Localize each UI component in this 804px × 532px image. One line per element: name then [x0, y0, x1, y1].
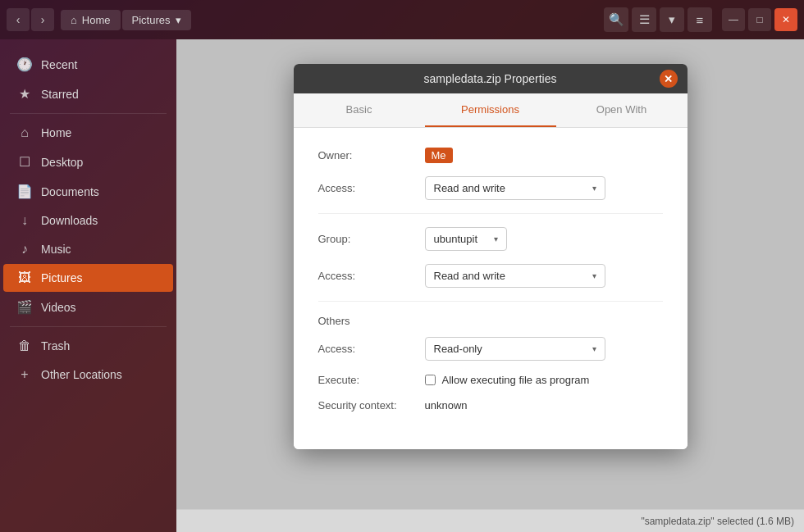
sidebar-item-label: Home — [41, 126, 71, 139]
security-label: Security context: — [318, 399, 425, 412]
recent-icon: 🕐 — [16, 57, 33, 72]
chevron-down-icon: ▾ — [592, 344, 596, 353]
videos-icon: 🎬 — [16, 299, 33, 315]
window-controls: — □ ✕ — [722, 8, 797, 31]
sidebar-item-documents[interactable]: 📄 Documents — [3, 177, 173, 206]
sidebar-item-label: Other Locations — [41, 368, 122, 381]
sidebar-item-pictures[interactable]: 🖼 Pictures — [3, 264, 173, 292]
owner-access-select[interactable]: Read and write ▾ — [425, 176, 605, 200]
owner-label: Owner: — [318, 149, 425, 161]
sidebar-item-trash[interactable]: 🗑 Trash — [3, 332, 173, 360]
maximize-button[interactable]: □ — [748, 8, 771, 31]
home-location-button[interactable]: ⌂ Home — [61, 10, 121, 30]
window-close-button[interactable]: ✕ — [774, 8, 797, 31]
home-icon: ⌂ — [71, 14, 77, 26]
owner-value: Me — [425, 148, 453, 163]
sidebar-item-music[interactable]: ♪ Music — [3, 235, 173, 263]
chevron-down-icon: ▾ — [592, 184, 596, 193]
search-button[interactable]: 🔍 — [604, 7, 628, 32]
sidebar-item-other-locations[interactable]: + Other Locations — [3, 361, 173, 389]
starred-icon: ★ — [16, 86, 33, 102]
sidebar-item-downloads[interactable]: ↓ Downloads — [3, 207, 173, 234]
dropdown-icon: ▾ — [176, 14, 181, 26]
trash-icon: 🗑 — [16, 339, 33, 353]
sidebar-item-recent[interactable]: 🕐 Recent — [3, 50, 173, 79]
sidebar-item-label: Starred — [41, 88, 79, 101]
tab-open-with[interactable]: Open With — [556, 93, 688, 127]
execute-checkbox-label: Allow executing file as program — [442, 374, 590, 386]
status-bar: "sampledata.zip" selected (1.6 MB) — [176, 509, 804, 532]
view-list-icon: ☰ — [639, 12, 650, 27]
main-area: 🕐 Recent ★ Starred ⌂ Home ☐ Desktop 📄 Do… — [0, 39, 804, 532]
owner-access-value: Read and write — [434, 182, 505, 194]
tab-basic[interactable]: Basic — [294, 93, 425, 127]
group-access-select[interactable]: Read and write ▾ — [425, 264, 605, 288]
sidebar-item-starred[interactable]: ★ Starred — [3, 80, 173, 108]
view-toggle-button[interactable]: ▾ — [660, 7, 684, 32]
group-access-label: Access: — [318, 270, 425, 282]
security-value: unknown — [425, 399, 468, 412]
owner-access-label: Access: — [318, 182, 425, 194]
pictures-label: Pictures — [132, 14, 171, 26]
dialog-titlebar: sampledata.zip Properties ✕ — [294, 64, 688, 93]
sidebar-item-label: Documents — [41, 185, 99, 198]
group-row: Group: ubuntupit ▾ — [318, 227, 663, 251]
others-access-row: Access: Read-only ▾ — [318, 337, 663, 361]
group-label: Group: — [318, 233, 425, 245]
others-access-select[interactable]: Read-only ▾ — [425, 337, 605, 361]
pictures-location-button[interactable]: Pictures ▾ — [122, 10, 191, 30]
titlebar: ‹ › ⌂ Home Pictures ▾ 🔍 ☰ ▾ ≡ — □ ✕ — [0, 0, 804, 39]
sidebar-item-home[interactable]: ⌂ Home — [3, 119, 173, 147]
sidebar-divider-2 — [10, 326, 167, 327]
menu-button[interactable]: ≡ — [688, 7, 712, 32]
sidebar-item-label: Music — [41, 243, 71, 256]
view-toggle-icon: ▾ — [669, 12, 675, 27]
nav-buttons: ‹ › — [7, 8, 54, 31]
separator-1 — [318, 213, 663, 214]
sidebar-item-label: Pictures — [41, 271, 83, 284]
group-access-row: Access: Read and write ▾ — [318, 264, 663, 288]
search-icon: 🔍 — [609, 12, 624, 27]
sidebar-item-label: Trash — [41, 339, 70, 352]
sidebar-item-desktop[interactable]: ☐ Desktop — [3, 148, 173, 176]
minimize-button[interactable]: — — [722, 8, 745, 31]
dialog-body: Owner: Me Access: Read and write ▾ — [294, 128, 688, 449]
content-area: sampledata.zip Properties ✕ Basic Permis… — [176, 39, 804, 532]
sidebar-item-videos[interactable]: 🎬 Videos — [3, 293, 173, 321]
nav-forward-button[interactable]: › — [31, 8, 54, 31]
others-access-label: Access: — [318, 343, 425, 355]
group-value: ubuntupit — [434, 233, 478, 245]
tab-permissions[interactable]: Permissions — [425, 93, 556, 127]
sidebar-item-label: Desktop — [41, 156, 83, 169]
location-bar: ⌂ Home Pictures ▾ — [61, 10, 191, 30]
dialog-overlay: sampledata.zip Properties ✕ Basic Permis… — [176, 39, 804, 532]
home-icon: ⌂ — [16, 125, 33, 140]
desktop-icon: ☐ — [16, 154, 33, 170]
execute-label: Execute: — [318, 374, 425, 386]
dialog-title: sampledata.zip Properties — [424, 72, 557, 85]
security-row: Security context: unknown — [318, 399, 663, 412]
chevron-down-icon: ▾ — [592, 271, 596, 280]
pictures-icon: 🖼 — [16, 271, 33, 285]
menu-icon: ≡ — [697, 13, 704, 27]
sidebar-item-label: Videos — [41, 301, 76, 314]
home-label: Home — [82, 14, 111, 26]
other-locations-icon: + — [16, 367, 33, 382]
chevron-down-icon: ▾ — [494, 234, 498, 243]
dialog-close-button[interactable]: ✕ — [660, 70, 678, 88]
owner-access-row: Access: Read and write ▾ — [318, 176, 663, 200]
group-select[interactable]: ubuntupit ▾ — [425, 227, 507, 251]
music-icon: ♪ — [16, 242, 33, 257]
sidebar: 🕐 Recent ★ Starred ⌂ Home ☐ Desktop 📄 Do… — [0, 39, 176, 532]
group-access-value: Read and write — [434, 270, 505, 282]
dialog-tabs: Basic Permissions Open With — [294, 93, 688, 128]
view-list-button[interactable]: ☰ — [632, 7, 656, 32]
downloads-icon: ↓ — [16, 213, 33, 228]
execute-checkbox[interactable] — [425, 375, 436, 385]
nav-back-button[interactable]: ‹ — [7, 8, 30, 31]
owner-row: Owner: Me — [318, 148, 663, 163]
sidebar-divider — [10, 113, 167, 114]
properties-dialog: sampledata.zip Properties ✕ Basic Permis… — [294, 64, 688, 449]
others-section-header: Others — [318, 315, 663, 327]
separator-2 — [318, 301, 663, 302]
